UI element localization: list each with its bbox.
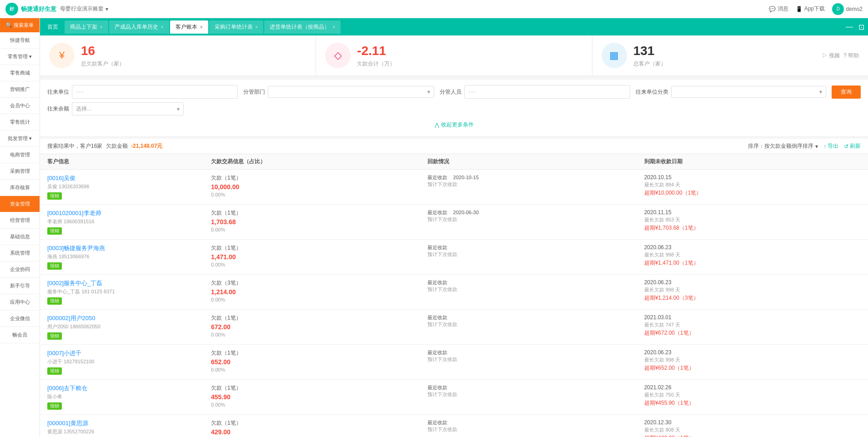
refresh-button[interactable]: ↺ 刷新 (844, 142, 861, 150)
sidebar-item-members[interactable]: 会员中心 (0, 98, 40, 114)
collection-info: 最近收款 (427, 314, 644, 321)
user-menu[interactable]: D demo2 (832, 3, 863, 15)
tab-label: 客户账本 (176, 23, 197, 31)
supplier-input[interactable]: ··· (72, 85, 238, 99)
overdue-date: 2020.12.30 (644, 419, 861, 426)
overdue-days: 最长欠款 808 天 (644, 427, 861, 433)
overdue-days: 最长欠款 998 天 (644, 357, 861, 363)
help-btn[interactable]: ? 帮助 (843, 52, 859, 60)
collapse-button[interactable]: ⋀ 收起更多条件 (47, 119, 861, 131)
manager-input[interactable]: ··· (464, 85, 630, 99)
sidebar-item-system[interactable]: 系统管理 (0, 245, 40, 261)
sidebar-item-app-center[interactable]: 应用中心 (0, 294, 40, 311)
stat-card-3-actions: ▷ 视频 ? 帮助 (822, 52, 859, 60)
debt-amount: 1,471.00 (211, 253, 427, 261)
tab-collapse-icon[interactable]: — (844, 23, 855, 31)
tab-label: 采购订单统计表 (215, 23, 253, 31)
overdue-amount[interactable]: 超期¥429.00（1笔） (644, 434, 861, 437)
results-bar: 搜索结果中，客户16家 欠款金额 -21,148.07元 排序：按欠款金额倒序排… (40, 139, 868, 154)
debt-percent: 0.00% (211, 402, 427, 407)
customer-name[interactable]: [0001020001]李老师 (47, 209, 211, 217)
tab-label: 商品上下架 (70, 23, 97, 31)
overdue-amount[interactable]: 超期¥1,471.00（1笔） (644, 259, 861, 267)
search-button[interactable]: 查询 (832, 85, 861, 99)
sidebar-item-ecommerce[interactable]: 电商管理 (0, 147, 40, 163)
store-selector[interactable]: 母婴行业演示账套 ▾ (60, 5, 108, 13)
overdue-cell: 2021.03.01 最长欠款 747 天 超期¥672.00（1笔） (644, 314, 861, 337)
sidebar-item-quick-nav[interactable]: 快捷导航 (0, 32, 40, 49)
collection-info: 最近收款 (427, 384, 644, 391)
debt-percent: 0.00% (211, 297, 427, 302)
customer-name[interactable]: [000002]用户2050 (47, 314, 211, 322)
collection-cell: 最近收款 预计下次收款 (427, 349, 644, 363)
tab-expand-icon[interactable]: ⊡ (857, 23, 866, 31)
sidebar-item-purchase-mgmt[interactable]: 采购管理 (0, 163, 40, 180)
debt-count: 欠款（1笔） (211, 384, 427, 392)
category-select[interactable]: ▾ (671, 86, 826, 98)
sidebar-label: 经营管理 (10, 217, 30, 224)
export-button[interactable]: ↑ 导出 (823, 142, 838, 150)
app-download-btn[interactable]: 📱 App下载 (796, 5, 825, 13)
sidebar-item-basic-info[interactable]: 基础信息 (0, 229, 40, 245)
overdue-amount[interactable]: 超期¥1,214.00（3笔） (644, 294, 861, 302)
customer-name[interactable]: [0002]服务中心_丁磊 (47, 279, 211, 287)
results-amount-label: 欠款金额 (106, 143, 128, 149)
sidebar-item-member-pro[interactable]: 畅会员 (0, 327, 40, 343)
sidebar-label: 企业微信 (10, 315, 30, 322)
customer-tag: 现销 (47, 367, 62, 375)
sidebar-item-marketing[interactable]: 营销推广 (0, 81, 40, 98)
debt-cell: 欠款（1笔） 672.00 0.00% (211, 314, 427, 337)
overdue-amount[interactable]: 超期¥1,703.68（1笔） (644, 224, 861, 232)
video-btn[interactable]: ▷ 视频 (822, 52, 840, 60)
dots-icon: ··· (468, 88, 477, 96)
overdue-amount[interactable]: 超期¥10,000.00（1笔） (644, 189, 861, 197)
tab-customer-account[interactable]: 客户账本 × (170, 20, 208, 34)
overdue-cell: 2020.06.23 最长欠款 998 天 超期¥652.00（1笔） (644, 349, 861, 372)
sidebar-item-retail-mall[interactable]: 零售商城 (0, 65, 40, 81)
close-icon[interactable]: × (200, 25, 203, 30)
close-icon[interactable]: × (332, 25, 335, 30)
overdue-amount[interactable]: 超期¥672.00（1笔） (644, 329, 861, 337)
sidebar-item-operations[interactable]: 经营管理 (0, 212, 40, 229)
tab-purchase-stats[interactable]: 进货单统计表（按商品） × (264, 20, 341, 34)
tab-purchase-order[interactable]: 采购订单统计表 × (209, 20, 264, 34)
customer-name[interactable]: [0003]畅捷服务尹海燕 (47, 244, 211, 252)
sidebar-item-enterprise[interactable]: 企业协同 (0, 261, 40, 278)
sidebar-item-finance[interactable]: 资金管理 (0, 196, 40, 212)
sidebar-item-weixin[interactable]: 企业微信 (0, 311, 40, 327)
balance-select[interactable]: 选择... ▾ (72, 102, 184, 116)
message-btn[interactable]: 💬 消息 (769, 5, 788, 13)
sidebar-search[interactable]: 🔍 搜索菜单 (0, 18, 40, 32)
close-icon[interactable]: × (256, 25, 258, 30)
customer-name[interactable]: [000001]黄思源 (47, 419, 211, 427)
stat-card-total-debt: ◇ -2.11 欠款合计（万） (316, 35, 592, 75)
customer-name[interactable]: [0007]小进千 (47, 349, 211, 357)
customer-name[interactable]: [0016]吴俊 (47, 174, 211, 182)
department-select[interactable]: ▾ (268, 86, 434, 98)
debt-amount: 455.90 (211, 393, 427, 401)
tab-products-off[interactable]: 商品上下架 × (65, 20, 108, 34)
close-icon[interactable]: × (161, 25, 164, 30)
sort-button[interactable]: 排序：按欠款金额倒序排序 ▾ (748, 142, 818, 150)
tab-home[interactable]: 首页 (42, 20, 64, 34)
stat-card-debt-customers: ¥ 16 总欠款客户（家） (40, 35, 316, 75)
overdue-cell: 2020.06.23 最长欠款 998 天 超期¥1,214.00（3笔） (644, 279, 861, 302)
collapse-icon: ⋀ (435, 122, 439, 128)
sidebar-item-guide[interactable]: 新手引导 (0, 278, 40, 294)
sidebar-item-retail-stats[interactable]: 零售统计 (0, 114, 40, 131)
logo-area: 好 畅捷通好生意 (5, 3, 56, 15)
overdue-amount[interactable]: 超期¥652.00（1笔） (644, 364, 861, 372)
top-bar-right: 💬 消息 📱 App下载 D demo2 (769, 3, 863, 15)
overdue-days: 最长欠款 884 天 (644, 181, 861, 188)
overdue-date: 2020.06.23 (644, 279, 861, 286)
customer-name[interactable]: [0006]去下粮仓 (47, 384, 211, 392)
tab-production-history[interactable]: 产成品入库单历史 × (109, 20, 169, 34)
overdue-amount[interactable]: 超期¥455.90（1笔） (644, 399, 861, 407)
sidebar-item-retail-mgmt[interactable]: 零售管理 ▾ (0, 49, 40, 65)
close-icon[interactable]: × (100, 25, 103, 30)
table-row: [0002]服务中心_丁磊 服务中心_丁磊 181 0125 8371 现销 欠… (40, 275, 868, 310)
sidebar-item-batch-mgmt[interactable]: 批发管理 ▾ (0, 131, 40, 147)
sidebar-item-inventory[interactable]: 库存核算 (0, 180, 40, 196)
customer-cell: [0001020001]李老师 李老师 18600391516 现销 (47, 209, 211, 235)
customer-sub: 黄思源 13552700226 (47, 428, 211, 435)
